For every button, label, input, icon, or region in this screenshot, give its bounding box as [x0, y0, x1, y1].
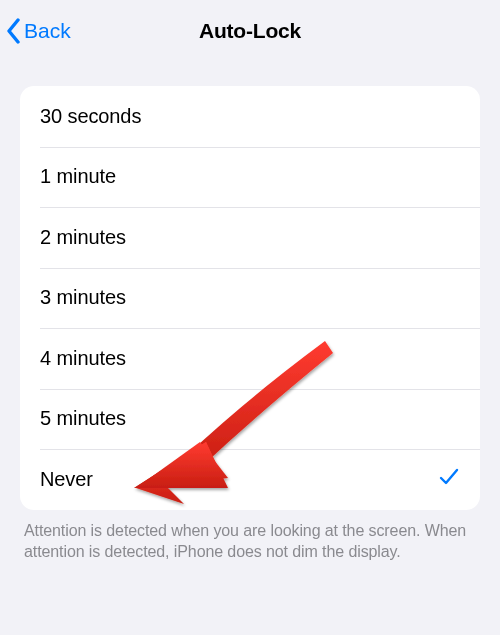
options-list: 30 seconds 1 minute 2 minutes 3 minutes … — [20, 86, 480, 510]
option-row[interactable]: Never — [20, 449, 480, 510]
option-label: Never — [40, 468, 93, 491]
chevron-left-icon — [6, 18, 22, 44]
footer-note: Attention is detected when you are looki… — [24, 520, 476, 563]
option-label: 1 minute — [40, 165, 116, 188]
option-label: 3 minutes — [40, 286, 126, 309]
option-row[interactable]: 1 minute — [20, 147, 480, 208]
option-row[interactable]: 3 minutes — [20, 268, 480, 329]
back-button[interactable]: Back — [6, 12, 71, 44]
page-title: Auto-Lock — [0, 13, 500, 43]
option-row[interactable]: 30 seconds — [20, 86, 480, 147]
option-row[interactable]: 2 minutes — [20, 207, 480, 268]
nav-bar: Back Auto-Lock — [0, 0, 500, 56]
option-row[interactable]: 4 minutes — [20, 328, 480, 389]
back-label: Back — [24, 19, 71, 43]
option-label: 4 minutes — [40, 347, 126, 370]
option-label: 2 minutes — [40, 226, 126, 249]
option-label: 30 seconds — [40, 105, 141, 128]
checkmark-icon — [438, 466, 460, 493]
option-row[interactable]: 5 minutes — [20, 389, 480, 450]
option-label: 5 minutes — [40, 407, 126, 430]
